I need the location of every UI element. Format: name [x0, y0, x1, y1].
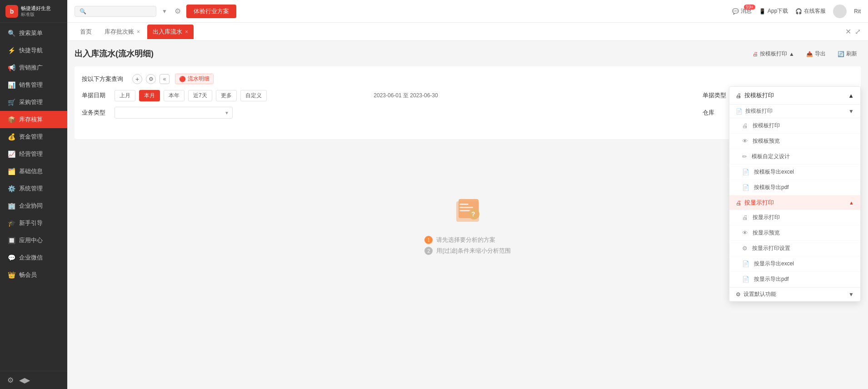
filter-settings-btn[interactable]: ⚙: [146, 74, 156, 84]
print-label: 按模板打印: [760, 50, 787, 58]
sidebar-icon-marketing: 📢: [7, 64, 15, 72]
main-area: 🔍 ▼ ⚙ 体验行业方案 💬 消息 99+ 📱 App下载 🎧 在线客服 Rit: [67, 0, 868, 389]
display-pdf-icon: 📄: [742, 276, 749, 283]
search-input[interactable]: [89, 8, 151, 15]
svg-rect-2: [459, 204, 469, 205]
sidebar-item-enterprise[interactable]: 🏢企业协同: [0, 197, 67, 214]
print-dropdown-panel: 🖨 按模板打印 ▲ 📄 按模板打印 ▼ 🖨 按模板打印 👁: [729, 86, 861, 302]
online-service-btn[interactable]: 🎧 在线客服: [795, 7, 826, 15]
sidebar-icon-purchase: 🛒: [7, 98, 15, 106]
dropdown-chevron-up[interactable]: ▲: [848, 92, 854, 99]
sidebar-item-wecom[interactable]: 💬企业微信: [0, 249, 67, 266]
sidebar-item-guide[interactable]: 🎓新手引导: [0, 214, 67, 232]
date-btn-近7天[interactable]: 近7天: [188, 90, 212, 101]
date-btn-本年[interactable]: 本年: [164, 90, 185, 101]
default-arrow[interactable]: ▼: [848, 291, 854, 298]
sidebar-label-quick-nav: 快捷导航: [19, 46, 43, 55]
business-type-input[interactable]: [115, 107, 233, 119]
dropdown-header: 🖨 按模板打印 ▲: [729, 87, 860, 105]
dropdown-item-template-print[interactable]: 🖨 按模板打印: [729, 118, 860, 134]
filter-header-row: 按以下方案查询 + ⚙ « 🔴 流水明细: [82, 74, 853, 84]
empty-step-2: 2 用[过滤]条件来缩小分析范围: [424, 247, 510, 255]
app-download-btn[interactable]: 📱 App下载: [759, 7, 788, 15]
window-close-btn[interactable]: ✕: [845, 27, 851, 36]
sidebar-item-purchase[interactable]: 🛒采购管理: [0, 94, 67, 111]
sidebar-icon-enterprise: 🏢: [7, 202, 15, 210]
default-label: ⚙ 设置默认功能: [736, 290, 776, 298]
tab-close-flow[interactable]: ×: [185, 29, 188, 35]
user-avatar[interactable]: [833, 5, 847, 18]
export-icon: 📤: [806, 51, 813, 57]
date-btn-自定义[interactable]: 自定义: [240, 90, 267, 101]
tag-label: 流水明细: [188, 75, 210, 83]
service-label: 在线客服: [804, 7, 826, 15]
dropdown-item-template-pdf[interactable]: 📄 按模板导出pdf: [729, 180, 860, 195]
tabs-bar: 首页库存批次账×出入库流水× ✕ ⤢: [67, 23, 868, 41]
sidebar-item-member[interactable]: 👑畅会员: [0, 266, 67, 284]
dropdown-item-display-print[interactable]: 🖨 按显示打印: [729, 210, 860, 225]
sidebar-icon-search: 🔍: [7, 29, 15, 37]
message-btn[interactable]: 💬 消息 99+: [732, 7, 752, 15]
sidebar-item-finance[interactable]: 💰资金管理: [0, 128, 67, 145]
refresh-label: 刷新: [846, 50, 857, 58]
sidebar-item-apps[interactable]: 🔲应用中心: [0, 232, 67, 249]
sidebar-item-marketing[interactable]: 📢营销推广: [0, 59, 67, 76]
sidebar-item-search[interactable]: 🔍搜索菜单: [0, 25, 67, 42]
tab-label-batch: 库存批次账: [105, 28, 134, 36]
tab-batch[interactable]: 库存批次账×: [99, 25, 145, 39]
date-btn-上月[interactable]: 上月: [115, 90, 135, 101]
sidebar-label-finance: 资金管理: [19, 133, 43, 141]
step1-num: 1: [424, 236, 433, 244]
export-btn[interactable]: 📤 导出: [803, 48, 829, 60]
sidebar-item-basics[interactable]: 🗂️基础信息: [0, 163, 67, 180]
business-type-label: 业务类型: [82, 109, 109, 117]
sidebar-item-inventory[interactable]: 📦库存核算: [0, 111, 67, 128]
filter-label: 按以下方案查询: [82, 75, 123, 83]
current-arrow[interactable]: ▼: [848, 108, 854, 115]
settings-icon[interactable]: ⚙: [7, 376, 14, 384]
sidebar-label-enterprise: 企业协同: [19, 202, 43, 210]
topbar: 🔍 ▼ ⚙ 体验行业方案 💬 消息 99+ 📱 App下载 🎧 在线客服 Rit: [67, 0, 868, 23]
date-btn-更多[interactable]: 更多: [216, 90, 237, 101]
current-icon: 📄: [736, 108, 743, 115]
filter-add-btn[interactable]: +: [132, 74, 142, 84]
print-template-btn[interactable]: 🖨 按模板打印 ▲: [749, 48, 798, 60]
dropdown-item-display-settings[interactable]: ⚙ 按显示打印设置: [729, 241, 860, 256]
filter-collapse-btn[interactable]: «: [160, 74, 170, 84]
sidebar-label-sales: 销售管理: [19, 81, 43, 89]
tab-close-batch[interactable]: ×: [137, 29, 140, 35]
sidebar-item-quick-nav[interactable]: ⚡快捷导航: [0, 42, 67, 59]
refresh-btn[interactable]: 🔄 刷新: [834, 48, 861, 60]
collapse-icon[interactable]: ◀▶: [19, 376, 30, 384]
sidebar-label-inventory: 库存核算: [19, 115, 43, 124]
flow-tag: 🔴 流水明细: [175, 74, 214, 84]
dropdown-item-template-custom[interactable]: ✏ 模板自定义设计: [729, 149, 860, 165]
dropdown-item-display-excel[interactable]: 📄 按显示导出excel: [729, 256, 860, 272]
sidebar-item-operations[interactable]: 📈经营管理: [0, 145, 67, 163]
app-logo: b 畅捷通好生意 标准版: [0, 0, 67, 23]
experience-btn[interactable]: 体验行业方案: [186, 5, 236, 18]
sidebar-icon-basics: 🗂️: [7, 167, 15, 175]
item-preview-icon: 👁: [742, 138, 748, 145]
username-label[interactable]: Rit: [854, 8, 861, 15]
dropdown-current-section: 📄 按模板打印 ▼: [729, 105, 860, 118]
dropdown-item-display-preview[interactable]: 👁 按显示预览: [729, 225, 860, 241]
sidebar-item-sales[interactable]: 📊销售管理: [0, 76, 67, 94]
tab-flow[interactable]: 出入库流水×: [147, 25, 194, 39]
dropdown-header-label: 🖨 按模板打印: [736, 91, 774, 100]
sidebar-label-search: 搜索菜单: [19, 29, 43, 37]
sidebar-item-system[interactable]: ⚙️系统管理: [0, 180, 67, 197]
item-template-excel-label: 按模板导出excel: [754, 168, 794, 176]
sidebar-footer: ⚙ ◀▶: [0, 371, 67, 389]
search-chevron-icon[interactable]: ▼: [162, 8, 167, 15]
dropdown-item-display-pdf[interactable]: 📄 按显示导出pdf: [729, 272, 860, 287]
item-custom-icon: ✏: [742, 153, 747, 160]
date-btn-本月[interactable]: 本月: [139, 90, 160, 101]
settings-gear-icon[interactable]: ⚙: [175, 7, 181, 15]
dropdown-print-icon: 🖨: [736, 92, 742, 99]
tab-home[interactable]: 首页: [75, 25, 97, 39]
dropdown-item-template-excel[interactable]: 📄 按模板导出excel: [729, 165, 860, 180]
dropdown-display-section-title[interactable]: 🖨 按显示打印 ▲: [729, 195, 860, 210]
window-max-btn[interactable]: ⤢: [855, 27, 861, 36]
dropdown-item-template-preview[interactable]: 👁 按模板预览: [729, 134, 860, 149]
